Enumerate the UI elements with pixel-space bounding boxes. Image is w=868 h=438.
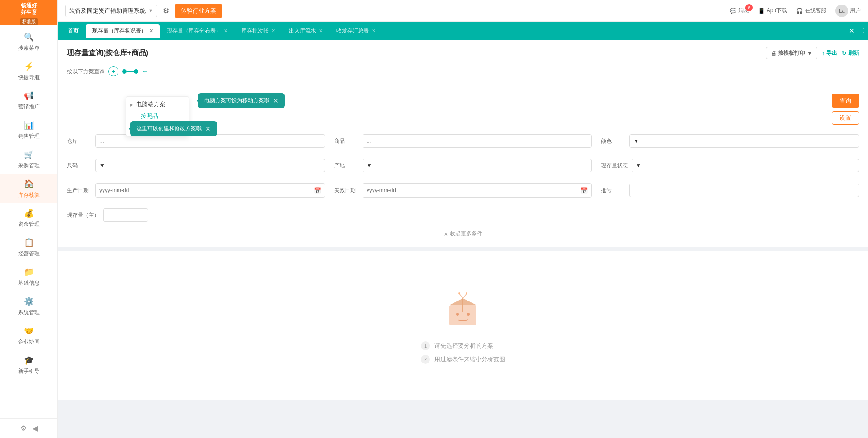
filter-expiry-date: 失效日期 📅 (334, 183, 592, 198)
tab-stock-status[interactable]: 现存量（库存状况表） ✕ (86, 24, 160, 38)
tab-expand-icon[interactable]: ⛶ (858, 27, 864, 34)
sidebar-item-operations[interactable]: 📋 经营管理 (0, 233, 57, 262)
batch-input[interactable] (629, 184, 859, 197)
stock-amount-from-input[interactable] (103, 208, 148, 222)
tab-stock-batch[interactable]: 库存批次账 ✕ (235, 24, 282, 38)
warehouse-select-icon: ⋯ (316, 138, 321, 144)
production-date-input[interactable] (96, 184, 310, 197)
sidebar-item-basic-info[interactable]: 📁 基础信息 (0, 262, 57, 292)
sidebar-item-system[interactable]: ⚙️ 系统管理 (0, 292, 57, 321)
sidebar-item-guide[interactable]: 🎓 新手引导 (0, 350, 57, 380)
app-download-btn[interactable]: 📱 App下载 (758, 7, 787, 14)
tab-receive-summary-close[interactable]: ✕ (372, 28, 376, 34)
user-label: 用户 (850, 7, 861, 14)
message-btn[interactable]: 💬 6 消息 (730, 7, 749, 14)
tab-in-out-flow-close[interactable]: ✕ (319, 28, 323, 34)
scheme-desktop-label: 电脑端方案 (136, 100, 165, 108)
scheme-item-desktop[interactable]: ▶ 电脑端方案 (126, 99, 189, 110)
color-select[interactable]: ▼ (629, 134, 859, 148)
stock-amount-label: 现存量（主） (67, 212, 99, 219)
query-btn[interactable]: 查询 (832, 94, 859, 108)
goods-select[interactable]: ... ⋯ (363, 134, 592, 148)
sidebar-item-inventory[interactable]: 🏠 库存核算 (0, 174, 57, 203)
reset-btn[interactable]: 设置 (832, 111, 859, 125)
sidebar-item-inventory-label: 库存核算 (18, 191, 40, 199)
production-date-calendar-icon[interactable]: 📅 (310, 187, 325, 194)
template-print-btn[interactable]: 🖨 按模板打印 ▼ (766, 47, 817, 59)
enterprise-icon: 🤝 (24, 325, 34, 336)
batch-label: 批号 (601, 187, 626, 194)
dot-connector (122, 69, 138, 74)
empty-steps: 1 请先选择要分析的方案 2 用过滤条件来缩小分析范围 (421, 341, 505, 364)
svg-point-6 (467, 313, 470, 316)
step-1-num: 1 (421, 341, 430, 350)
expiry-date-label: 失效日期 (334, 187, 359, 194)
tab-stock-status-label: 现存量（库存状况表） (92, 27, 146, 35)
tab-stock-status-close[interactable]: ✕ (149, 28, 153, 34)
sidebar-item-sales[interactable]: 📊 销售管理 (0, 115, 57, 145)
export-btn[interactable]: ↑ 导出 (822, 49, 837, 57)
size-select[interactable]: ▼ (95, 159, 325, 172)
app-download-label: App下载 (767, 7, 787, 14)
filter-production-date: 生产日期 📅 (67, 183, 325, 198)
scheme-expand-icon: ▶ (130, 102, 133, 107)
sidebar-item-system-label: 系统管理 (18, 309, 40, 316)
refresh-btn[interactable]: ↻ 刷新 (842, 49, 859, 57)
sidebar-item-search[interactable]: 🔍 搜索菜单 (0, 27, 57, 57)
origin-select[interactable]: ▼ (363, 159, 592, 172)
tab-home[interactable]: 首页 (61, 24, 85, 38)
sidebar-item-enterprise[interactable]: 🤝 企业协同 (0, 321, 57, 350)
collapse-sidebar-icon[interactable]: ◀ (32, 424, 38, 433)
inventory-icon: 🏠 (24, 179, 34, 189)
tab-stock-batch-close[interactable]: ✕ (271, 28, 275, 34)
filter-header-label: 按以下方案查询 (67, 68, 105, 75)
tab-in-out-flow[interactable]: 出入库流水 ✕ (283, 24, 329, 38)
online-support-label: 在线客服 (805, 7, 826, 14)
tab-close-all-icon[interactable]: ✕ (849, 27, 854, 34)
collapse-up-icon: ∧ (444, 231, 448, 237)
tab-stock-dist-close[interactable]: ✕ (224, 28, 228, 34)
step-2-num: 2 (421, 355, 430, 364)
tooltip-modify-close[interactable]: ✕ (205, 125, 211, 132)
tooltip-scheme-close[interactable]: ✕ (273, 97, 278, 104)
stock-status-select[interactable]: ▼ (632, 159, 859, 172)
add-scheme-btn[interactable]: + (108, 66, 118, 76)
online-support-btn[interactable]: 🎧 在线客服 (796, 7, 826, 14)
template-print-chevron: ▼ (807, 50, 812, 57)
sidebar-item-quick-nav[interactable]: ⚡ 快捷导航 (0, 57, 57, 86)
tab-stock-dist[interactable]: 现存量（库存分布表） ✕ (160, 24, 234, 38)
finance-icon: 💰 (24, 208, 34, 219)
collapse-btn[interactable]: ∧ 收起更多条件 (67, 226, 859, 240)
filter-back-arrow[interactable]: ← (142, 68, 148, 75)
tooltip-scheme-text: 电脑方案可设为移动方案哦 (204, 97, 269, 104)
production-date-input-group: 📅 (95, 183, 325, 198)
goods-label: 商品 (334, 137, 359, 145)
step-1-text: 请先选择要分析的方案 (434, 342, 493, 350)
system-selector[interactable]: 装备及固定资产辅助管理系统 ▼ (65, 5, 157, 17)
settings-icon[interactable]: ⚙ (20, 424, 27, 433)
scheme-sub-item[interactable]: 按照品 (137, 110, 189, 122)
production-date-label: 生产日期 (67, 187, 92, 194)
message-badge: 6 (745, 4, 753, 11)
origin-label: 产地 (334, 162, 359, 170)
expiry-date-input-group: 📅 (363, 183, 592, 198)
sidebar-item-operations-label: 经营管理 (18, 250, 40, 258)
expiry-date-calendar-icon[interactable]: 📅 (577, 187, 591, 194)
user-menu-btn[interactable]: Ea 用户 (835, 5, 861, 17)
warehouse-label: 仓库 (67, 137, 92, 145)
warehouse-select[interactable]: ... ⋯ (95, 134, 325, 148)
svg-point-10 (466, 292, 467, 294)
svg-line-9 (463, 294, 467, 298)
sidebar-item-marketing[interactable]: 📢 营销推广 (0, 86, 57, 115)
topbar-gear-icon[interactable]: ⚙ (163, 6, 169, 15)
tab-receive-summary[interactable]: 收发存汇总表 ✕ (330, 24, 382, 38)
sidebar-item-purchase[interactable]: 🛒 采购管理 (0, 145, 57, 174)
empty-step-1: 1 请先选择要分析的方案 (421, 341, 505, 350)
marketing-icon: 📢 (24, 90, 34, 101)
sidebar-item-finance[interactable]: 💰 资金管理 (0, 203, 57, 233)
export-icon: ↑ (822, 50, 825, 57)
svg-line-7 (459, 294, 463, 298)
trial-btn[interactable]: 体验行业方案 (175, 4, 222, 18)
basic-info-icon: 📁 (24, 267, 34, 278)
expiry-date-input[interactable] (363, 184, 577, 197)
